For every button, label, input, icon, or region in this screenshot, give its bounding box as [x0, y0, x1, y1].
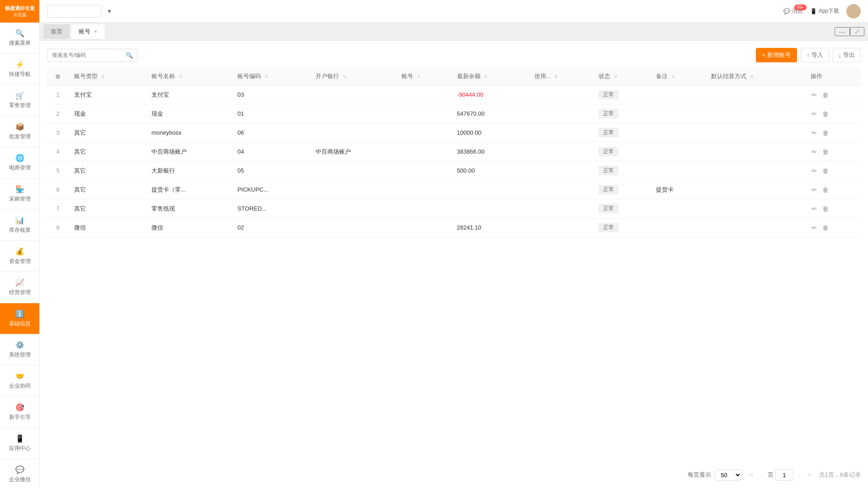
basic-icon: ℹ️	[4, 310, 36, 318]
row-name: 大新银行	[146, 161, 232, 180]
edit-button[interactable]: ✏	[811, 204, 818, 213]
edit-button[interactable]: ✏	[811, 185, 818, 194]
col-remark[interactable]: 备注 ⇅	[651, 68, 706, 85]
page-input[interactable]	[775, 469, 793, 481]
sort-code-icon: ⇅	[264, 74, 268, 79]
tab-home[interactable]: 首页	[43, 24, 70, 39]
edit-button[interactable]: ✏	[811, 147, 818, 156]
topbar-right: 💬 消息 99+ 📱 App下载	[783, 4, 861, 19]
page-nav: ⊲ ‹ 页 › ⊳	[745, 469, 815, 481]
row-bank	[310, 199, 396, 218]
search-input[interactable]	[47, 49, 122, 61]
col-status[interactable]: 状态 ⇅	[593, 68, 651, 85]
sidebar-item-finance[interactable]: 💰 资金管理	[0, 241, 39, 272]
phone-icon: 📱	[810, 8, 817, 14]
col-account-code[interactable]: 账号编码 ⇅	[232, 68, 310, 85]
col-bank[interactable]: 开户银行 ⇅	[310, 68, 396, 85]
edit-button[interactable]: ✏	[811, 166, 818, 175]
delete-button[interactable]: 🗑	[821, 128, 830, 137]
col-balance[interactable]: 最新余额 ⇅	[452, 68, 529, 85]
action-buttons: ✏ 🗑	[811, 166, 855, 175]
row-use	[529, 218, 594, 237]
import-button[interactable]: ↑ 导入	[801, 48, 829, 62]
sidebar-item-retail[interactable]: 🛒 零售管理	[0, 85, 39, 116]
sidebar-item-enterprise[interactable]: 🤝 企业协同	[0, 366, 39, 397]
sort-status-icon: ⇅	[614, 74, 618, 79]
col-account-num[interactable]: 账号 ⇅	[396, 68, 451, 85]
search-button[interactable]: 🔍	[122, 49, 137, 61]
topbar-app-label: App下载	[819, 7, 839, 15]
tab-close-icon[interactable]: ×	[94, 28, 97, 35]
sidebar-item-purchase[interactable]: 🏪 采购管理	[0, 178, 39, 210]
delete-button[interactable]: 🗑	[821, 185, 830, 194]
sidebar-item-basic[interactable]: ℹ️ 基础信息	[0, 303, 39, 334]
row-type: 微信	[69, 218, 146, 237]
sort-remark-icon: ⇅	[671, 74, 675, 79]
delete-button[interactable]: 🗑	[821, 166, 830, 175]
tab-account[interactable]: 账号 ×	[71, 24, 104, 39]
row-code: STORED...	[232, 199, 310, 218]
row-remark	[651, 218, 706, 237]
topbar-app-download[interactable]: 📱 App下载	[810, 7, 839, 15]
row-code: 06	[232, 123, 310, 142]
col-settings[interactable]: ⚙	[47, 68, 69, 85]
add-account-button[interactable]: + 新增账号	[756, 48, 797, 62]
table-row: 2 现金 现金 01 547670.00 正常 ✏ 🗑	[47, 104, 861, 123]
prev-page-button[interactable]: ‹	[758, 470, 766, 479]
sidebar-item-inventory[interactable]: 📊 库存核算	[0, 210, 39, 241]
col-name-label: 账号名称	[151, 73, 175, 80]
row-default-pay	[706, 199, 805, 218]
col-account-name[interactable]: 账号名称 ⇅	[146, 68, 232, 85]
col-use[interactable]: 使用... ⇅	[529, 68, 594, 85]
system-icon: ⚙️	[4, 341, 36, 349]
sidebar-item-corpwx[interactable]: 💬 企业微信	[0, 459, 39, 488]
row-code: 05	[232, 161, 310, 180]
topbar-dropdown[interactable]: ▼	[107, 8, 112, 14]
table-row: 6 其它 提货卡（零... PICKUPC... 正常 提货卡 ✏ 🗑	[47, 180, 861, 199]
edit-button[interactable]: ✏	[811, 223, 818, 232]
delete-button[interactable]: 🗑	[821, 147, 830, 156]
row-bank	[310, 123, 396, 142]
export-button[interactable]: ↓ 导出	[833, 48, 861, 62]
topbar-search-input[interactable]	[47, 5, 101, 18]
sidebar-item-label: 资金管理	[4, 258, 36, 265]
sidebar-item-system[interactable]: ⚙️ 系统管理	[0, 334, 39, 366]
tab-minimize-button[interactable]: —	[835, 27, 850, 36]
search-box: 🔍	[47, 49, 137, 62]
row-name: 零售抵现	[146, 199, 232, 218]
page-size-dropdown[interactable]: 50 100	[715, 469, 742, 481]
row-remark	[651, 104, 706, 123]
col-default-pay[interactable]: 默认结算方式 ⇅	[706, 68, 805, 85]
row-status: 正常	[593, 199, 651, 218]
row-balance: 28241.10	[452, 218, 529, 237]
sidebar-item-label: 电商管理	[4, 164, 36, 172]
row-name: moneybosx	[146, 123, 232, 142]
sidebar-item-guide[interactable]: 🎯 新手引导	[0, 397, 39, 428]
col-account-type[interactable]: 账号类型 ⇅	[69, 68, 146, 85]
edit-button[interactable]: ✏	[811, 90, 818, 99]
delete-button[interactable]: 🗑	[821, 90, 830, 99]
delete-button[interactable]: 🗑	[821, 109, 830, 118]
tab-maximize-button[interactable]: ⤢	[850, 27, 864, 36]
delete-button[interactable]: 🗑	[821, 204, 830, 213]
row-default-pay	[706, 161, 805, 180]
topbar-message[interactable]: 💬 消息 99+	[783, 7, 803, 15]
sidebar-item-label: 企业协同	[4, 382, 36, 390]
sidebar-item-wholesale[interactable]: 📦 批发管理	[0, 116, 39, 147]
sidebar-item-quicknav[interactable]: ⚡ 快捷导航	[0, 54, 39, 85]
edit-button[interactable]: ✏	[811, 128, 818, 137]
topbar-avatar[interactable]	[846, 4, 861, 19]
toolbar-left: 🔍	[47, 49, 137, 62]
sort-use-icon: ⇅	[554, 74, 558, 79]
edit-button[interactable]: ✏	[811, 109, 818, 118]
first-page-button[interactable]: ⊲	[745, 470, 756, 479]
sidebar-item-search[interactable]: 🔍 搜索菜单	[0, 23, 39, 54]
tab-account-label: 账号	[79, 28, 90, 36]
sidebar-item-ecommerce[interactable]: 🌐 电商管理	[0, 147, 39, 178]
delete-button[interactable]: 🗑	[821, 223, 830, 232]
sidebar-item-label: 批发管理	[4, 133, 36, 141]
sidebar-item-appcenter[interactable]: 📱 应用中心	[0, 428, 39, 459]
sidebar-item-operations[interactable]: 📈 经营管理	[0, 272, 39, 303]
last-page-button[interactable]: ⊳	[805, 470, 816, 479]
next-page-button[interactable]: ›	[795, 470, 803, 479]
